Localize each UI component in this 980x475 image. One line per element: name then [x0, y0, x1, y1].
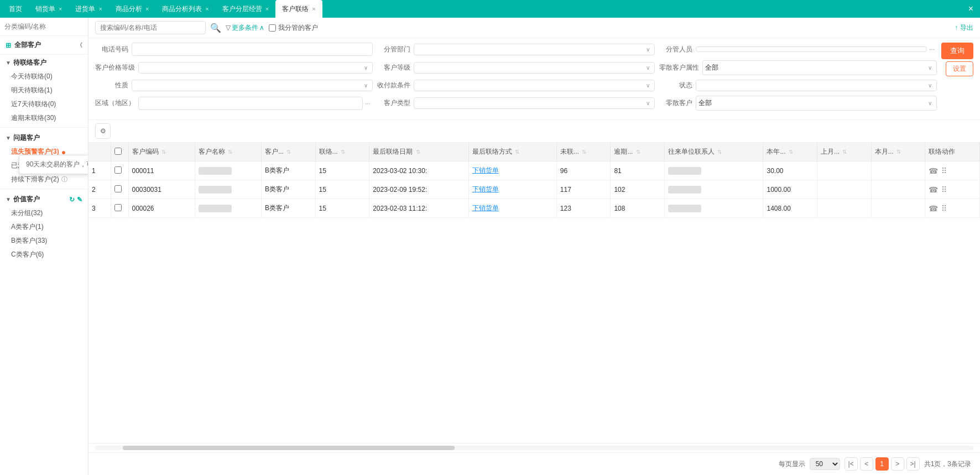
contact-method-link[interactable]: 下销货单	[472, 204, 499, 212]
tab-close-purchase-order[interactable]: ×	[98, 6, 102, 12]
per-page-select[interactable]: 50 100 200	[810, 458, 840, 470]
filter-select-retail[interactable]: 全部 ∨	[696, 96, 937, 111]
sidebar-item-today-pending[interactable]: 今天待联络(0)	[0, 70, 88, 83]
edit-icon[interactable]: ✎	[77, 196, 82, 203]
sidebar-item-overdue-pending[interactable]: 逾期未联络(30)	[0, 111, 88, 125]
filter-select-price-level[interactable]: ∨	[138, 62, 373, 74]
filter-select-dept[interactable]: ∨	[414, 44, 655, 55]
tab-close-product-analysis[interactable]: ×	[145, 6, 149, 12]
tab-close-customer-contact[interactable]: ×	[312, 6, 315, 12]
page-last-btn[interactable]: >|	[906, 457, 920, 471]
tab-close-product-analysis-list[interactable]: ×	[205, 6, 208, 12]
cell-last-method[interactable]: 下销货单	[468, 161, 556, 180]
tab-customer-contact[interactable]: 客户联络 ×	[275, 0, 322, 18]
sidebar-item-7day-pending[interactable]: 近7天待联络(0)	[0, 97, 88, 111]
action-icons: ☎ ⠿	[929, 204, 976, 213]
action-more-icon[interactable]: ⠿	[941, 185, 947, 194]
page-first-btn[interactable]: |<	[845, 457, 858, 471]
row-checkbox-2[interactable]	[114, 204, 122, 211]
th-year-amount[interactable]: 本年... ⇅	[763, 143, 817, 161]
sidebar-search-container: 🔍	[0, 18, 88, 36]
cell-ctype: B类客户	[261, 199, 315, 218]
filter-select-nature[interactable]: ∨	[132, 80, 373, 91]
tab-purchase-order[interactable]: 进货单 ×	[69, 0, 108, 18]
sidebar-group-value-customers[interactable]: ▼ 价值客户 ↻ ✎	[0, 191, 88, 206]
filter-select-person[interactable]	[696, 46, 927, 52]
my-customers-checkbox[interactable]	[269, 24, 276, 32]
table-row: 3 000026 B类客户 15 2023-02-03 11:12: 下销货单 …	[88, 199, 980, 218]
refresh-icon[interactable]: ↻	[69, 196, 75, 203]
filter-select-level[interactable]: ∨	[414, 62, 655, 74]
th-last-date[interactable]: 最后联络日期 ⇅	[369, 143, 469, 161]
sort-icon-unit-contact: ⇅	[717, 149, 722, 155]
th-name[interactable]: 客户名称 ⇅	[195, 143, 261, 161]
action-contact-icon[interactable]: ☎	[929, 166, 938, 175]
cell-checkbox[interactable]	[111, 161, 128, 180]
tab-close-sales-order[interactable]: ×	[59, 6, 62, 12]
th-customer-type[interactable]: 客户... ⇅	[261, 143, 315, 161]
row-checkbox-1[interactable]	[114, 185, 122, 192]
sidebar-item-class-c[interactable]: C类客户(6)	[0, 248, 88, 262]
filter-input-region[interactable]	[138, 97, 363, 110]
filter-more-btn[interactable]: ▽ 更多条件 ∧	[226, 23, 264, 33]
filter-select-payment[interactable]: ∨	[414, 80, 655, 91]
tab-sales-order[interactable]: 销货单 ×	[29, 0, 69, 18]
th-contact[interactable]: 联络... ⇅	[315, 143, 369, 161]
th-unit-contact[interactable]: 往来单位联系人 ⇅	[665, 143, 763, 161]
sidebar-group-pending-contact[interactable]: ▼ 待联络客户	[0, 55, 88, 70]
setting-button[interactable]: 设置	[946, 61, 973, 76]
sidebar-item-class-b[interactable]: B类客户(33)	[0, 234, 88, 248]
sidebar-search-icon[interactable]: 🔍	[87, 22, 88, 31]
tab-customer-tier[interactable]: 客户分层经营 ×	[216, 0, 275, 18]
page-next-btn[interactable]: >	[891, 457, 904, 471]
filter-select-retail-attr[interactable]: 全部 ∨	[702, 60, 937, 75]
action-more-icon[interactable]: ⠿	[941, 166, 947, 175]
action-contact-icon[interactable]: ☎	[929, 185, 938, 194]
page-prev-btn[interactable]: <	[860, 457, 873, 471]
filter-search-input[interactable]	[95, 21, 206, 34]
cell-checkbox[interactable]	[111, 180, 128, 199]
my-customers-filter[interactable]: 我分管的客户	[269, 23, 318, 33]
sidebar-group-problem-customers[interactable]: ▼ 问题客户	[0, 130, 88, 145]
page-current[interactable]: 1	[875, 457, 889, 471]
filter-ellipsis-region[interactable]: ···	[363, 100, 373, 107]
sidebar-item-declining[interactable]: 持续下滑客户(2) ⓘ	[0, 173, 88, 186]
th-overdue[interactable]: 逾期... ⇅	[611, 143, 665, 161]
th-last-method[interactable]: 最后联络方式 ⇅	[468, 143, 556, 161]
sidebar-item-class-a[interactable]: A类客户(1)	[0, 220, 88, 234]
action-more-icon[interactable]: ⠿	[941, 204, 947, 213]
window-close-button[interactable]: ×	[964, 4, 978, 14]
sidebar-search-input[interactable]	[4, 23, 87, 30]
th-this-month[interactable]: 本月... ⇅	[871, 143, 925, 161]
filter-ellipsis-person[interactable]: ···	[927, 45, 937, 53]
cell-checkbox[interactable]	[111, 199, 128, 218]
collapse-icon[interactable]: 《	[77, 41, 82, 49]
query-button[interactable]: 查询	[941, 43, 973, 59]
cell-last-method[interactable]: 下销货单	[468, 199, 556, 218]
tab-product-analysis[interactable]: 商品分析 ×	[109, 0, 155, 18]
table-settings-button[interactable]: ⚙	[95, 123, 111, 139]
sidebar-all-customers[interactable]: ⊞ 全部客户 《	[0, 36, 88, 55]
cell-last-method[interactable]: 下销货单	[468, 180, 556, 199]
filter-search-button[interactable]: 🔍	[210, 23, 221, 33]
scroll-thumb[interactable]	[123, 446, 455, 450]
contact-method-link[interactable]: 下销货单	[472, 166, 499, 174]
tab-home[interactable]: 首页	[2, 0, 29, 18]
cell-name	[195, 180, 261, 199]
th-last-month[interactable]: 上月... ⇅	[817, 143, 872, 161]
sidebar-item-ungroup[interactable]: 未分组(32)	[0, 206, 88, 220]
tab-product-analysis-list[interactable]: 商品分析列表 ×	[155, 0, 215, 18]
filter-select-status[interactable]: ∨	[696, 80, 937, 91]
row-checkbox-0[interactable]	[114, 166, 122, 174]
th-code[interactable]: 客户编码 ⇅	[128, 143, 195, 161]
contact-method-link[interactable]: 下销货单	[472, 185, 499, 193]
tab-close-customer-tier[interactable]: ×	[265, 6, 269, 12]
select-all-checkbox[interactable]	[114, 148, 122, 155]
filter-input-phone[interactable]	[132, 43, 373, 56]
filter-select-customer-type[interactable]: ∨	[414, 97, 655, 109]
cell-last-month	[817, 180, 872, 199]
sidebar-item-tomorrow-pending[interactable]: 明天待联络(1)	[0, 83, 88, 97]
export-button[interactable]: ↑ 导出	[955, 23, 973, 33]
action-contact-icon[interactable]: ☎	[929, 204, 938, 213]
th-unlinked[interactable]: 未联... ⇅	[556, 143, 611, 161]
